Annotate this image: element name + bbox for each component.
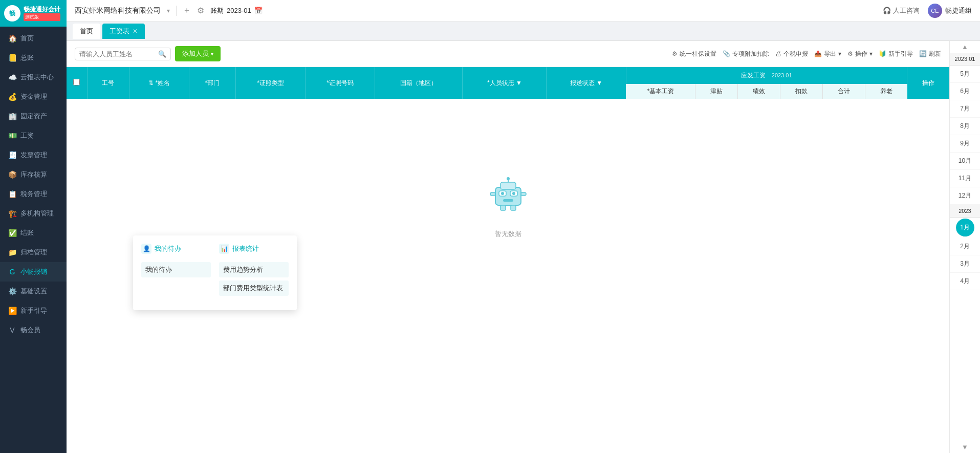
popup-item-dept-stat[interactable]: 部门费用类型统计表: [219, 281, 289, 296]
sidebar-item-fund[interactable]: 💰资金管理: [0, 87, 67, 106]
month-item-4月[interactable]: 4月: [950, 273, 980, 290]
home-nav-icon: 🏠: [8, 34, 16, 42]
social-insurance-btn[interactable]: ⚙ 统一社保设置: [672, 50, 716, 58]
logo-icon: 畅: [4, 5, 20, 21]
pending-icon: 👤: [141, 244, 151, 254]
sidebar-item-home[interactable]: 🏠首页: [0, 29, 67, 48]
sidebar-item-salary[interactable]: 💵工资: [0, 126, 67, 145]
add-people-label: 添加人员: [182, 49, 209, 58]
topbar-add-icon[interactable]: ＋: [183, 5, 191, 16]
table-header-row: 工号 ⇅ *姓名 *部门 *证照类型 *证照号码 国籍（地区） *人员状态 ▼ …: [67, 67, 949, 84]
social-insurance-icon: ⚙: [672, 50, 678, 57]
inventory-nav-icon: 📦: [8, 170, 16, 179]
popup-item-trend[interactable]: 费用趋势分析: [219, 262, 289, 277]
fixed-assets-nav-icon: 🏢: [8, 112, 16, 120]
sidebar-item-ledger[interactable]: 📒总账: [0, 48, 67, 68]
month-item-11月[interactable]: 11月: [950, 170, 980, 187]
select-all-checkbox[interactable]: [73, 79, 80, 85]
header-name[interactable]: ⇅ *姓名: [129, 67, 189, 99]
special-deduction-icon: 📎: [723, 50, 730, 57]
month-list: 5月6月7月8月9月10月11月12月20231月2月3月4月: [950, 66, 980, 441]
export-icon: 📤: [814, 50, 822, 57]
add-people-button[interactable]: 添加人员 ▾: [175, 46, 221, 61]
refresh-btn[interactable]: 🔄 刷新: [919, 50, 941, 58]
empty-illustration: [488, 175, 529, 223]
topbar-right: 🎧 人工咨询 CE 畅捷通组: [883, 4, 972, 18]
operate-btn[interactable]: ⚙ 操作 ▾: [847, 50, 873, 58]
sidebar-item-guide[interactable]: ▶️新手引导: [0, 301, 67, 320]
month-nav-up[interactable]: ▲: [950, 41, 980, 53]
sub-header-allowance: 津贴: [695, 84, 738, 99]
tab-salary-table[interactable]: 工资表 ✕: [102, 24, 145, 39]
month-item-5月[interactable]: 5月: [950, 66, 980, 83]
close-button[interactable]: ✕: [965, 6, 972, 15]
sidebar-item-label-checkout: 结账: [20, 228, 34, 238]
add-btn-arrow-icon: ▾: [211, 51, 213, 57]
toolbar: 🔍 添加人员 ▾ ⚙ 统一社保设置 📎 专项附加扣除: [67, 41, 949, 67]
popup-col-2: 📊 报表统计 费用趋势分析 部门费用类型统计表: [219, 244, 289, 302]
topbar-settings-icon[interactable]: ⚙: [197, 6, 204, 15]
dropdown-popup: 👤 我的待办 我的待办 📊 报表统计 费用趋势分析 部门费用类型统计表: [133, 235, 297, 310]
guide-btn[interactable]: 🔰 新手引导: [879, 50, 913, 58]
sidebar-item-cloud-report[interactable]: ☁️云报表中心: [0, 68, 67, 87]
calendar-icon[interactable]: 📅: [254, 7, 263, 14]
sidebar-item-invoice[interactable]: 🧾发票管理: [0, 145, 67, 165]
month-item-2月[interactable]: 2月: [950, 238, 980, 255]
sidebar-item-settings[interactable]: ⚙️基础设置: [0, 282, 67, 301]
svg-rect-10: [521, 192, 526, 196]
social-insurance-label: 统一社保设置: [680, 50, 716, 58]
month-panel: ▲ 2023.01 5月6月7月8月9月10月11月12月20231月2月3月4…: [949, 41, 980, 453]
special-deduction-btn[interactable]: 📎 专项附加扣除: [723, 50, 769, 58]
header-id-type: *证照类型: [236, 67, 306, 99]
month-item-6月[interactable]: 6月: [950, 83, 980, 100]
sidebar-item-xiaochang[interactable]: G小畅报销: [0, 262, 67, 282]
export-btn[interactable]: 📤 导出 ▾: [814, 50, 841, 58]
help-button[interactable]: 🎧 人工咨询: [883, 6, 920, 15]
header-report-status[interactable]: 报送状态 ▼: [547, 67, 626, 99]
report-icon: 📊: [219, 244, 229, 254]
search-wrap[interactable]: 🔍: [75, 48, 171, 60]
sidebar-item-inventory[interactable]: 📦库存核算: [0, 165, 67, 184]
guide-label: 新手引导: [888, 50, 913, 58]
sidebar-item-label-archive: 归档管理: [20, 248, 47, 257]
svg-rect-11: [500, 205, 506, 210]
popup-item-pending[interactable]: 我的待办: [141, 262, 211, 277]
topbar: 西安虾米网络科技有限公司 ▾ ＋ ⚙ 账期 2023-01 📅 🎧 人工咨询 C…: [67, 0, 980, 21]
sub-header-total: 合计: [823, 84, 865, 99]
invoice-nav-icon: 🧾: [8, 151, 16, 159]
company-dropdown-icon[interactable]: ▾: [167, 7, 170, 14]
month-item-8月[interactable]: 8月: [950, 118, 980, 135]
sidebar-item-tax[interactable]: 📋税务管理: [0, 184, 67, 204]
month-item-7月[interactable]: 7月: [950, 100, 980, 118]
month-item-9月[interactable]: 9月: [950, 135, 980, 153]
year-label: 2023.01: [950, 53, 980, 66]
month-item-10月[interactable]: 10月: [950, 153, 980, 170]
header-salary-group: 应发工资 2023.01: [626, 67, 907, 84]
refresh-icon: 🔄: [919, 50, 927, 57]
tab-home[interactable]: 首页: [73, 24, 100, 39]
month-item-3月[interactable]: 3月: [950, 255, 980, 273]
search-input[interactable]: [79, 50, 156, 58]
popup-section-pending-title: 👤 我的待办: [141, 244, 211, 257]
sidebar-item-multi-org[interactable]: 🏗️多机构管理: [0, 204, 67, 223]
refresh-label: 刷新: [929, 50, 941, 58]
sidebar-item-archive[interactable]: 📁归档管理: [0, 243, 67, 262]
xiaochang-nav-icon: G: [8, 268, 16, 276]
guide-nav-icon: ▶️: [8, 307, 16, 315]
settings-nav-icon: ⚙️: [8, 287, 16, 295]
sidebar-item-fixed-assets[interactable]: 🏢固定资产: [0, 106, 67, 126]
tab-close-icon[interactable]: ✕: [133, 28, 138, 35]
topbar-period: 账期 2023-01 📅: [210, 6, 263, 15]
sidebar-item-checkout[interactable]: ✅结账: [0, 223, 67, 243]
month-item-12月[interactable]: 12月: [950, 187, 980, 205]
operate-label: 操作: [855, 50, 867, 58]
tax-report-btn[interactable]: 🖨 个税申报: [775, 50, 808, 58]
month-nav-down[interactable]: ▼: [950, 441, 980, 453]
tax-report-label: 个税申报: [783, 50, 808, 58]
month-item-1月[interactable]: 1月: [956, 219, 974, 237]
sidebar-item-member[interactable]: V畅会员: [0, 320, 67, 340]
operate-arrow-icon: ▾: [869, 50, 873, 57]
period-value: 2023-01: [227, 7, 251, 14]
header-status[interactable]: *人员状态 ▼: [463, 67, 547, 99]
archive-nav-icon: 📁: [8, 248, 16, 256]
